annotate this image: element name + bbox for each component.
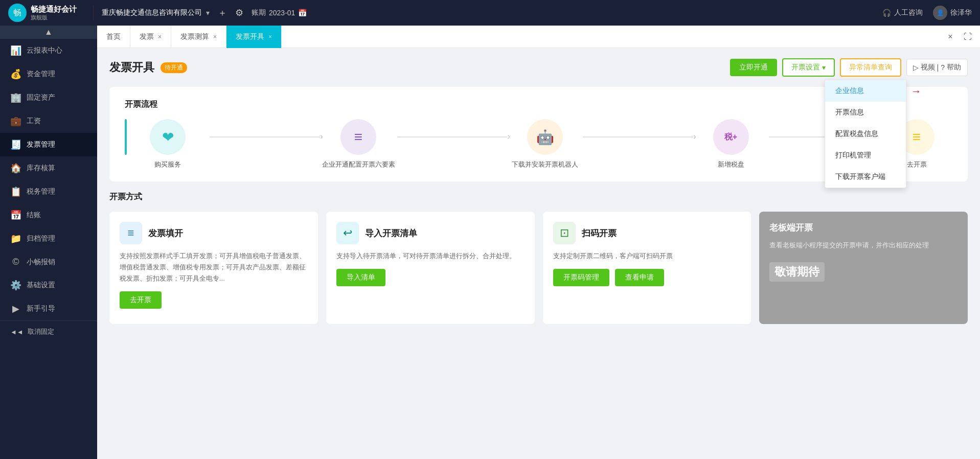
flow-connector-2 [397, 136, 508, 137]
sidebar-label-fapiao: 发票管理 [27, 140, 55, 149]
method-header-boss: 老板端开票 [769, 222, 958, 234]
tab-home-label: 首页 [106, 32, 121, 41]
tab-fapiao-close[interactable]: × [158, 33, 162, 40]
settings-button-label: 开票设置 [791, 63, 820, 72]
flow-icon-config: ≡ [340, 119, 376, 155]
flow-icon-tax: 税+ [713, 119, 749, 155]
tab-kaiju-close[interactable]: × [268, 33, 272, 40]
dropdown-arrow-icon: ▾ [206, 9, 210, 17]
flow-label-config: 企业开通配置开票六要素 [322, 160, 395, 169]
tab-fapiao[interactable]: 发票 × [130, 26, 171, 48]
activate-button[interactable]: 立即开通 [730, 59, 777, 76]
tab-fapiao-kaiju-label: 发票开具 [236, 32, 264, 41]
scan-view-apply-button[interactable]: 查看申请 [615, 269, 664, 286]
sidebar-item-yunbao[interactable]: 📊 云报表中心 [0, 39, 97, 62]
flow-label-invoice: 去开票 [907, 160, 927, 169]
dropdown-item-company-info[interactable]: 企业信息 → [825, 80, 906, 102]
warehouse-icon: 🏠 [10, 163, 21, 174]
page-content: 发票开具 待开通 立即开通 开票设置 ▾ 异常清单查询 ▷ 视频 | [97, 48, 980, 459]
close-tab-button[interactable]: × [943, 30, 958, 44]
import-icon: ↩ [336, 222, 359, 244]
import-list-button[interactable]: 导入清单 [336, 269, 385, 286]
receipt-icon: 🧾 [10, 139, 21, 150]
sidebar-item-xiaochang[interactable]: © 小畅报销 [0, 250, 97, 273]
tab-home[interactable]: 首页 [97, 26, 130, 48]
dropdown-item-download[interactable]: 下载开票客户端 [825, 166, 906, 188]
video-help-button[interactable]: ▷ 视频 | ? 帮助 [906, 59, 968, 76]
support-button[interactable]: 🎧 人工咨询 [882, 8, 923, 17]
pin-icon: ◄◄ [10, 328, 24, 336]
play-icon: ▶ [10, 303, 21, 314]
flow-step-3: 🤖 下载并安装开票机器人 [509, 119, 581, 169]
flow-step-4: 税+ 新增税盘 [695, 119, 767, 169]
maximize-button[interactable]: ⛶ [961, 30, 975, 44]
tab-actions: × ⛶ [943, 30, 980, 44]
gear-icon: ⚙️ [10, 280, 21, 291]
flow-label-buy: 购买服务 [154, 160, 181, 169]
red-arrow-icon: → [911, 85, 921, 97]
sidebar-label-jichushezhi: 基础设置 [27, 281, 55, 290]
sidebar-item-xinshou[interactable]: ▶ 新手引导 [0, 297, 97, 320]
logo-icon: 畅 [8, 4, 27, 22]
flow-step-1: ❤ 购买服务 [132, 119, 203, 169]
sidebar-item-kucun[interactable]: 🏠 库存核算 [0, 156, 97, 180]
sidebar-item-gongzi[interactable]: 💼 工资 [0, 109, 97, 133]
flow-step-2: ≡ 企业开通配置开票六要素 [322, 119, 395, 169]
support-label: 人工咨询 [894, 8, 923, 17]
help-label: 帮助 [947, 63, 961, 72]
scan-code-manage-button[interactable]: 开票码管理 [553, 269, 609, 286]
sidebar-item-jiezhang[interactable]: 📅 结账 [0, 203, 97, 227]
period-info: 账期 2023-01 📅 [252, 8, 307, 17]
dropdown-item-invoice-info[interactable]: 开票信息 [825, 102, 906, 123]
sidebar-label-xiaochang: 小畅报销 [27, 258, 55, 267]
dropdown-label-printer: 打印机管理 [835, 151, 871, 159]
methods-title: 开票方式 [109, 192, 968, 202]
scan-desc: 支持定制开票二维码，客户端可扫码开票 [553, 250, 741, 262]
settings-dropdown-button[interactable]: 开票设置 ▾ [782, 58, 835, 77]
dropdown-item-printer[interactable]: 打印机管理 [825, 145, 906, 166]
tab-fapiao-kaiju[interactable]: 发票开具 × [226, 26, 282, 48]
dropdown-item-tax-config[interactable]: 配置税盘信息 [825, 123, 906, 145]
sidebar-item-shuiwu[interactable]: 📋 税务管理 [0, 180, 97, 203]
fill-invoice-button[interactable]: 去开票 [120, 291, 162, 309]
chevron-down-icon: ▾ [822, 63, 826, 72]
avatar: 👤 [933, 6, 947, 20]
abnormal-list-button[interactable]: 异常清单查询 [840, 58, 901, 77]
sidebar-item-guidang[interactable]: 📁 归档管理 [0, 227, 97, 250]
flow-border-accent [125, 119, 127, 155]
sidebar-item-gudingzichan[interactable]: 🏢 固定资产 [0, 86, 97, 109]
sidebar-label-zijin: 资金管理 [27, 70, 55, 79]
user-area[interactable]: 👤 徐泽华 [933, 6, 972, 20]
sidebar-scroll-up[interactable]: ▲ [0, 26, 97, 39]
company-name: 重庆畅捷交通信息咨询有限公司 [102, 8, 202, 17]
sidebar-item-zijin[interactable]: 💰 资金管理 [0, 62, 97, 86]
method-header-scan: ⊡ 扫码开票 [553, 222, 741, 244]
dropdown-label-tax: 配置税盘信息 [835, 129, 878, 137]
tax-icon: 📋 [10, 186, 21, 197]
boss-desc: 查看老板端小程序提交的开票申请，并作出相应的处理 [769, 240, 958, 251]
sidebar-item-jichushezhi[interactable]: ⚙️ 基础设置 [0, 273, 97, 297]
add-company-button[interactable]: ＋ [218, 7, 227, 19]
methods-grid: ≡ 发票填开 支持按照发票样式手工填开发票；可开具增值税电子普通发票、增值税普通… [109, 212, 968, 324]
chart-icon: 📊 [10, 45, 21, 56]
sidebar-item-fapiao[interactable]: 🧾 发票管理 [0, 133, 97, 156]
app-sub: 旗舰版 [31, 14, 77, 21]
flow-label-robot: 下载并安装开票机器人 [512, 160, 578, 169]
company-selector[interactable]: 重庆畅捷交通信息咨询有限公司 ▾ [102, 8, 210, 17]
tab-cesuan-close[interactable]: × [213, 33, 217, 40]
method-header-import: ↩ 导入开票清单 [336, 222, 525, 244]
money-icon: 💰 [10, 68, 21, 80]
flow-icon-robot: 🤖 [527, 119, 563, 155]
user-name: 徐泽华 [950, 8, 972, 17]
top-divider [93, 5, 94, 20]
pending-badge: 敬请期待 [769, 262, 825, 282]
sidebar-label-xinshou: 新手引导 [27, 304, 55, 313]
period-label: 账期 [252, 8, 266, 17]
settings-dropdown-menu: 企业信息 → 开票信息 配置税盘信息 打印机管理 [825, 80, 906, 188]
cancel-pin-button[interactable]: ◄◄ 取消固定 [0, 320, 97, 342]
tab-fapiao-cesuan[interactable]: 发票测算 × [171, 26, 226, 48]
settings-icon[interactable]: ⚙ [235, 7, 243, 18]
dropdown-label-download: 下载开票客户端 [835, 172, 885, 180]
method-card-boss: 老板端开票 查看老板端小程序提交的开票申请，并作出相应的处理 敬请期待 [759, 212, 968, 324]
flow-connector-1 [210, 136, 320, 137]
